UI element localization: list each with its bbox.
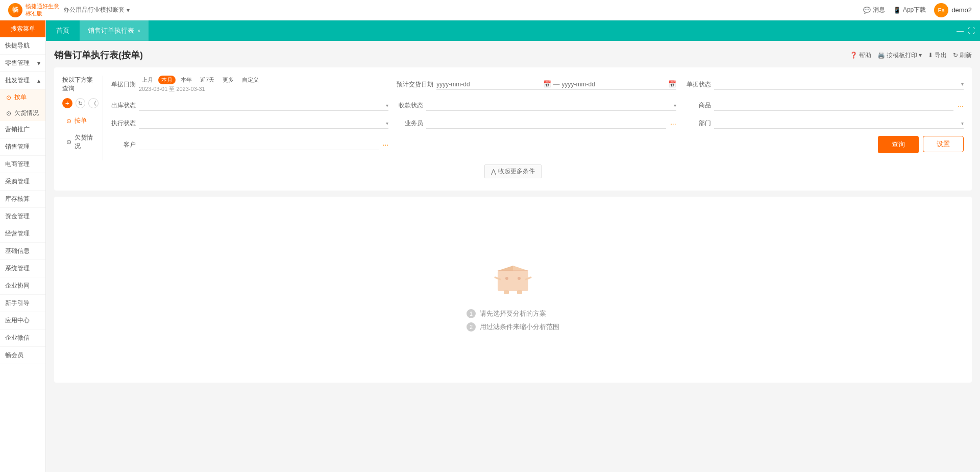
out-status-arrow-icon: ▾ bbox=[386, 103, 388, 108]
period-tag-current-month[interactable]: 本月 bbox=[158, 76, 176, 84]
expected-date-start-input[interactable] bbox=[436, 81, 541, 88]
logo-icon: 畅 bbox=[8, 3, 22, 17]
date-range-text: 2023-03-01 至 2023-03-31 bbox=[139, 85, 388, 93]
out-status-label: 出库状态 bbox=[109, 101, 136, 110]
filter-nav-order[interactable]: ⊙ 按单 bbox=[62, 113, 99, 128]
filter-add-button[interactable]: + bbox=[62, 98, 72, 108]
tab-sales-order-exec[interactable]: 销售订单执行表 × bbox=[80, 20, 149, 41]
exec-status-select-wrap[interactable]: ▾ bbox=[139, 118, 388, 129]
sidebar-item-system[interactable]: 系统管理 bbox=[0, 260, 45, 277]
debt-icon: ⊙ bbox=[6, 110, 11, 117]
doc-status-select-wrap[interactable]: ▾ bbox=[714, 79, 964, 90]
filter-cell-doc-status: 单据状态 ▾ bbox=[684, 79, 964, 90]
svg-rect-0 bbox=[498, 271, 528, 291]
filter-cell-exec-status: 执行状态 ▾ bbox=[109, 118, 388, 129]
sidebar-item-purchase[interactable]: 采购管理 bbox=[0, 173, 45, 191]
customer-more-icon[interactable]: ··· bbox=[382, 140, 389, 149]
sidebar-item-newbie[interactable]: 新手引导 bbox=[0, 295, 45, 312]
sidebar-item-inventory[interactable]: 库存核算 bbox=[0, 191, 45, 208]
sidebar-item-wholesale[interactable]: 批发管理 ▴ bbox=[0, 72, 45, 89]
sidebar-item-retail[interactable]: 零售管理 ▾ bbox=[0, 55, 45, 72]
expected-date-end-input[interactable] bbox=[562, 81, 666, 88]
salesperson-more-icon[interactable]: ··· bbox=[669, 120, 676, 128]
product-input[interactable] bbox=[714, 100, 954, 111]
sidebar-item-ecommerce[interactable]: 电商管理 bbox=[0, 156, 45, 173]
period-tag-custom[interactable]: 自定义 bbox=[239, 76, 262, 84]
user-profile[interactable]: Ea demo2 bbox=[934, 3, 972, 17]
print-arrow-icon: ▾ bbox=[919, 52, 922, 59]
dept-arrow-icon: ▾ bbox=[961, 121, 964, 126]
filter-collapse-button[interactable]: 《 bbox=[88, 98, 99, 108]
out-status-select-wrap[interactable]: ▾ bbox=[139, 100, 388, 111]
collapse-more-button[interactable]: ⋀ 收起更多条件 bbox=[484, 164, 542, 178]
receipt-status-select[interactable] bbox=[426, 102, 673, 109]
app-download-icon: 📱 bbox=[893, 7, 901, 14]
sidebar-search[interactable]: 搜索菜单 bbox=[0, 20, 45, 37]
logo-area: 畅 畅捷通好生意 标准版 bbox=[8, 3, 59, 17]
main-content-area: 1 请先选择要分析的方案 2 用过滤条件来缩小分析范围 bbox=[54, 197, 972, 383]
svg-marker-2 bbox=[513, 266, 528, 271]
doc-status-select[interactable] bbox=[714, 81, 961, 88]
sidebar-item-marketing[interactable]: 营销推广 bbox=[0, 121, 45, 138]
customer-label: 客户 bbox=[109, 140, 136, 149]
salesperson-input[interactable] bbox=[426, 118, 666, 129]
query-button[interactable]: 查询 bbox=[878, 136, 919, 153]
sidebar-item-member[interactable]: 畅会员 bbox=[0, 347, 45, 364]
svg-marker-1 bbox=[498, 266, 513, 271]
exec-status-select[interactable] bbox=[139, 120, 386, 127]
export-button[interactable]: ⬇ 导出 bbox=[928, 51, 947, 60]
product-more-icon[interactable]: ··· bbox=[957, 102, 964, 110]
filter-cell-product: 商品 ··· bbox=[684, 100, 964, 111]
sidebar-item-basic[interactable]: 基础信息 bbox=[0, 243, 45, 260]
svg-point-4 bbox=[505, 277, 508, 280]
dept-select-wrap[interactable]: ▾ bbox=[714, 118, 964, 129]
sidebar-item-operation[interactable]: 经营管理 bbox=[0, 225, 45, 243]
sidebar-item-finance[interactable]: 资金管理 bbox=[0, 208, 45, 225]
app-download-button[interactable]: 📱 App下载 bbox=[893, 6, 926, 14]
refresh-button[interactable]: ↻ 刷新 bbox=[953, 51, 972, 60]
empty-tip-1: 1 请先选择要分析的方案 bbox=[467, 309, 559, 318]
tip-num-1: 1 bbox=[467, 309, 476, 318]
period-tag-more[interactable]: 更多 bbox=[219, 76, 237, 84]
filter-section-label: 按以下方案查询 bbox=[62, 76, 99, 93]
tip-num-2: 2 bbox=[467, 322, 476, 332]
empty-tip-2: 2 用过滤条件来缩小分析范围 bbox=[467, 322, 559, 332]
page-actions: ❓ 帮助 🖨️ 按模板打印 ▾ ⬇ 导出 ↻ 刷新 bbox=[850, 51, 972, 60]
settings-button[interactable]: 设置 bbox=[923, 136, 964, 152]
out-status-select[interactable] bbox=[139, 102, 386, 109]
help-button[interactable]: ❓ 帮助 bbox=[850, 51, 871, 60]
sidebar-item-sales[interactable]: 销售管理 bbox=[0, 138, 45, 156]
filter-cell-dept: 部门 ▾ bbox=[684, 118, 964, 129]
sidebar-item-wechat[interactable]: 企业微信 bbox=[0, 329, 45, 347]
message-button[interactable]: 💬 消息 bbox=[863, 6, 885, 14]
filter-row-4: 客户 ··· 查询 设置 bbox=[109, 136, 964, 153]
product-label: 商品 bbox=[684, 101, 711, 110]
industry-arrow-icon: ▾ bbox=[127, 7, 130, 14]
sidebar-sub-item-order[interactable]: ⊙ 按单 bbox=[0, 89, 45, 105]
period-tag-last7[interactable]: 近7天 bbox=[197, 76, 217, 84]
doc-date-label: 单据日期 bbox=[109, 80, 136, 89]
window-maximize-button[interactable]: ⛶ bbox=[968, 27, 975, 35]
doc-status-label: 单据状态 bbox=[684, 80, 711, 89]
sidebar-item-appstore[interactable]: 应用中心 bbox=[0, 312, 45, 329]
topbar-right: 💬 消息 📱 App下载 Ea demo2 bbox=[863, 3, 972, 17]
tab-home[interactable]: 首页 bbox=[46, 20, 80, 41]
customer-input[interactable] bbox=[139, 139, 379, 150]
print-template-button[interactable]: 🖨️ 按模板打印 ▾ bbox=[877, 51, 922, 60]
filter-panel: 按以下方案查询 + ↻ 《 ⊙ 按单 ⊙ 欠货情 bbox=[54, 67, 972, 191]
sidebar-item-enterprise[interactable]: 企业协同 bbox=[0, 277, 45, 295]
window-minimize-button[interactable]: — bbox=[957, 27, 964, 35]
tab-close-icon[interactable]: × bbox=[137, 28, 140, 34]
expected-date-end-cal-icon[interactable]: 📅 bbox=[668, 80, 676, 88]
dept-select[interactable] bbox=[714, 120, 961, 127]
expected-date-start-cal-icon[interactable]: 📅 bbox=[543, 80, 551, 88]
sidebar-sub-item-debt[interactable]: ⊙ 欠货情况 bbox=[0, 105, 45, 121]
receipt-status-select-wrap[interactable]: ▾ bbox=[426, 100, 676, 111]
topbar-left: 畅 畅捷通好生意 标准版 办公用品行业模拟账套 ▾ bbox=[8, 3, 130, 17]
industry-selector[interactable]: 办公用品行业模拟账套 ▾ bbox=[63, 6, 130, 14]
sidebar-item-quick-nav[interactable]: 快捷导航 bbox=[0, 37, 45, 55]
filter-nav-debt[interactable]: ⊙ 欠货情况 bbox=[62, 130, 99, 154]
period-tag-current-year[interactable]: 本年 bbox=[178, 76, 195, 84]
filter-refresh-button[interactable]: ↻ bbox=[76, 98, 86, 108]
period-tag-last-month[interactable]: 上月 bbox=[139, 76, 156, 84]
